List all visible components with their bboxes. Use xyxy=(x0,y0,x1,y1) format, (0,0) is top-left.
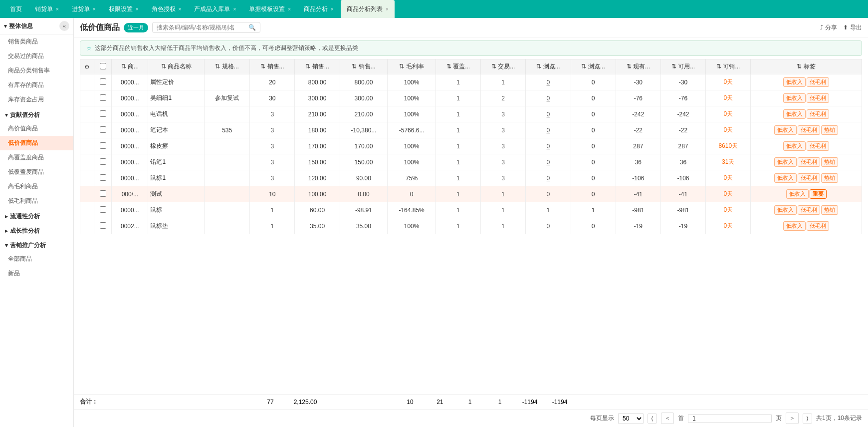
row-browse1[interactable]: 0 xyxy=(526,122,571,138)
sidebar-section-overall[interactable]: ▾ 整体信息 xyxy=(4,22,33,30)
sidebar-section-flow[interactable]: ▸ 流通性分析 xyxy=(0,208,73,223)
nav-purchase-close[interactable]: × xyxy=(93,6,96,12)
row-browse1[interactable]: 0 xyxy=(526,74,571,90)
row-checkbox-cell[interactable] xyxy=(94,202,112,218)
nav-role-close[interactable]: × xyxy=(179,6,182,12)
col-settings[interactable]: ⚙ xyxy=(80,59,94,74)
row-browse1[interactable]: 0 xyxy=(526,186,571,202)
row-checkbox-cell[interactable] xyxy=(94,90,112,106)
row-checkbox-cell[interactable] xyxy=(94,186,112,202)
sidebar-item-high-margin[interactable]: 高毛利商品 xyxy=(0,179,73,194)
row-browse1[interactable]: 0 xyxy=(526,138,571,154)
nav-sales[interactable]: 销货单 × xyxy=(29,0,65,18)
nav-product-warehouse-close[interactable]: × xyxy=(233,6,236,12)
sidebar-item-low-coverage[interactable]: 低覆盖度商品 xyxy=(0,165,73,179)
row-checkbox[interactable] xyxy=(100,174,106,181)
col-browse2[interactable]: ⇅ 浏览... xyxy=(571,59,616,74)
col-qty[interactable]: ⇅ 销售... xyxy=(250,59,295,74)
nav-goods-analysis-close[interactable]: × xyxy=(331,6,334,12)
col-price[interactable]: ⇅ 销售... xyxy=(295,59,340,74)
nav-sales-close[interactable]: × xyxy=(56,6,59,12)
sidebar-collapse-btn[interactable]: « xyxy=(59,21,69,31)
page-next-btn[interactable]: ＞ xyxy=(786,413,799,424)
sidebar-item-high-coverage[interactable]: 高覆盖度商品 xyxy=(0,150,73,165)
col-margin[interactable]: ⇅ 毛利率 xyxy=(388,59,436,74)
row-checkbox[interactable] xyxy=(100,94,106,101)
search-input[interactable] xyxy=(157,24,246,31)
sidebar-item-traded-goods[interactable]: 交易过的商品 xyxy=(0,49,73,63)
row-checkbox-cell[interactable] xyxy=(94,106,112,122)
col-current[interactable]: ⇅ 现有... xyxy=(616,59,660,74)
total-coverage: 10 xyxy=(395,399,425,406)
row-settings-cell xyxy=(80,90,94,106)
row-checkbox[interactable] xyxy=(100,206,106,213)
nav-role[interactable]: 角色授权 × xyxy=(146,0,188,18)
page-last-btn[interactable]: ⟩ xyxy=(803,414,812,424)
col-name[interactable]: ⇅ 商品名称 xyxy=(148,59,205,74)
row-checkbox-cell[interactable] xyxy=(94,138,112,154)
row-browse2: 0 xyxy=(571,154,616,170)
sidebar-item-low-margin[interactable]: 低毛利商品 xyxy=(0,194,73,208)
nav-purchase[interactable]: 进货单 × xyxy=(66,0,102,18)
col-spec[interactable]: ⇅ 规格... xyxy=(205,59,250,74)
row-checkbox-cell[interactable] xyxy=(94,74,112,90)
col-sellable[interactable]: ⇅ 可销... xyxy=(706,59,751,74)
row-checkbox[interactable] xyxy=(100,222,106,229)
nav-permission[interactable]: 权限设置 × xyxy=(103,0,145,18)
row-browse1[interactable]: 0 xyxy=(526,154,571,170)
col-checkbox[interactable] xyxy=(94,59,112,74)
per-page-select[interactable]: 50 100 200 xyxy=(618,413,644,424)
nav-product-warehouse[interactable]: 产成品入库单 × xyxy=(188,0,242,18)
sidebar-item-all-goods[interactable]: 全部商品 xyxy=(0,252,73,266)
col-coverage[interactable]: ⇅ 覆盖... xyxy=(435,59,480,74)
row-checkbox-cell[interactable] xyxy=(94,170,112,186)
sidebar-item-new-goods[interactable]: 新品 xyxy=(0,266,73,281)
col-sales[interactable]: ⇅ 销售... xyxy=(340,59,388,74)
row-checkbox-cell[interactable] xyxy=(94,122,112,138)
sidebar-item-sales-goods[interactable]: 销售类商品 xyxy=(0,34,73,49)
sidebar-item-stock-goods[interactable]: 有库存的商品 xyxy=(0,78,73,92)
nav-goods-analysis-list[interactable]: 商品分析列表 × xyxy=(341,0,395,18)
nav-goods-analysis-list-close[interactable]: × xyxy=(386,6,389,12)
nav-goods-analysis[interactable]: 商品分析 × xyxy=(298,0,340,18)
col-available[interactable]: ⇅ 可用... xyxy=(660,59,705,74)
sidebar-item-category-rate[interactable]: 商品分类销售率 xyxy=(0,63,73,78)
page-prev-btn[interactable]: ＜ xyxy=(661,413,674,424)
nav-template[interactable]: 单据模板设置 × xyxy=(243,0,297,18)
sidebar-section-marketing[interactable]: ▾ 营销推广分析 xyxy=(0,237,73,252)
row-browse1[interactable]: 0 xyxy=(526,218,571,234)
row-browse1[interactable]: 0 xyxy=(526,106,571,122)
row-browse1[interactable]: 1 xyxy=(526,202,571,218)
nav-home[interactable]: 首页 xyxy=(4,0,28,18)
sidebar-section-contribution[interactable]: ▾ 贡献值分析 xyxy=(0,107,73,121)
search-icon[interactable]: 🔍 xyxy=(248,24,256,31)
row-checkbox[interactable] xyxy=(100,126,106,133)
sidebar-item-low-value[interactable]: 低价值商品 xyxy=(0,136,73,150)
row-checkbox[interactable] xyxy=(100,190,106,197)
page-first-btn[interactable]: ⟨ xyxy=(648,414,657,424)
sidebar-item-stock-capital[interactable]: 库存资金占用 xyxy=(0,92,73,107)
col-code[interactable]: ⇅ 商... xyxy=(112,59,148,74)
share-button[interactable]: ⤴ 分享 xyxy=(820,23,837,32)
col-trade[interactable]: ⇅ 交易... xyxy=(481,59,526,74)
row-spec xyxy=(205,106,250,122)
select-all-checkbox[interactable] xyxy=(100,63,106,69)
sidebar-item-high-value[interactable]: 高价值商品 xyxy=(0,121,73,136)
row-checkbox-cell[interactable] xyxy=(94,218,112,234)
period-badge[interactable]: 近一月 xyxy=(124,23,148,32)
row-available: -106 xyxy=(660,170,705,186)
nav-permission-close[interactable]: × xyxy=(136,6,139,12)
col-tags[interactable]: ⇅ 标签 xyxy=(751,59,862,74)
row-browse1[interactable]: 0 xyxy=(526,170,571,186)
col-browse1[interactable]: ⇅ 浏览... xyxy=(526,59,571,74)
row-checkbox-cell[interactable] xyxy=(94,154,112,170)
row-checkbox[interactable] xyxy=(100,158,106,165)
row-browse1[interactable]: 0 xyxy=(526,90,571,106)
row-checkbox[interactable] xyxy=(100,142,106,149)
sidebar-section-growth[interactable]: ▸ 成长性分析 xyxy=(0,223,73,237)
export-button[interactable]: ⬆ 导出 xyxy=(843,23,862,32)
page-number-input[interactable] xyxy=(688,414,772,423)
nav-template-close[interactable]: × xyxy=(288,6,291,12)
row-checkbox[interactable] xyxy=(100,78,106,85)
row-checkbox[interactable] xyxy=(100,110,106,117)
